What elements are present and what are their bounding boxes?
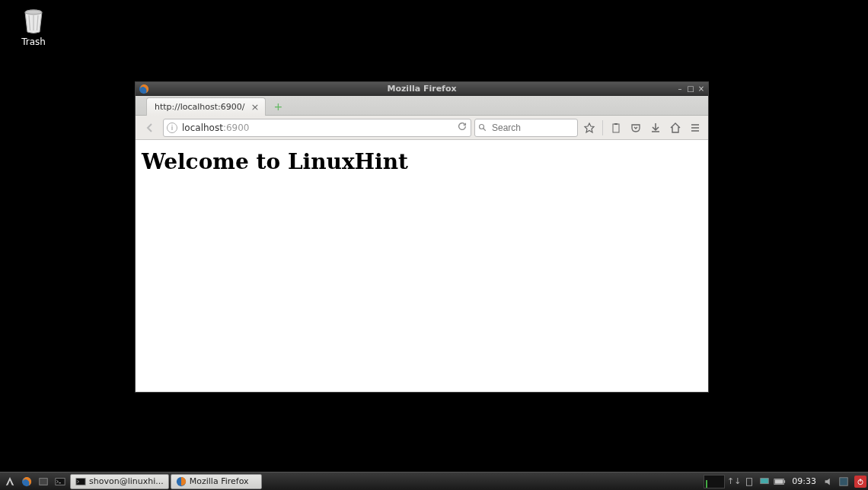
network-icon[interactable]: ↑↓ (728, 476, 740, 488)
svg-rect-14 (784, 480, 786, 483)
tab-close-button[interactable]: × (244, 101, 259, 113)
taskbar-item-label: shovon@linuxhi... (89, 476, 164, 486)
home-button[interactable] (667, 119, 684, 136)
taskbar: shovon@linuxhi... Mozilla Firefox ↑↓ 09:… (0, 472, 868, 490)
url-rest: :6900 (223, 123, 250, 133)
arch-icon (5, 475, 15, 488)
reload-icon (457, 121, 468, 132)
firefox-window: Mozilla Firefox – □ × http://localhost:6… (136, 82, 708, 392)
logout-tray-icon[interactable] (838, 476, 850, 488)
titlebar[interactable]: Mozilla Firefox – □ × (136, 82, 708, 96)
close-button[interactable]: × (696, 84, 707, 94)
battery-tray-icon[interactable] (774, 476, 786, 488)
svg-rect-7 (40, 478, 48, 485)
pocket-icon (630, 122, 642, 134)
star-icon (583, 122, 595, 134)
url-bar[interactable]: i localhost:6900 (163, 119, 471, 137)
svg-rect-4 (613, 124, 619, 132)
taskbar-item-terminal[interactable]: shovon@linuxhi... (70, 474, 169, 489)
tab-bar: http://localhost:6900/ × + (136, 96, 708, 116)
navigation-toolbar: i localhost:6900 (136, 116, 708, 140)
terminal-icon (75, 476, 86, 487)
pocket-button[interactable] (627, 119, 644, 136)
system-tray: ↑↓ 09:33 (704, 475, 866, 488)
reload-button[interactable] (457, 121, 468, 134)
new-tab-button[interactable]: + (269, 98, 287, 115)
home-icon (669, 122, 681, 134)
clipboard-tray-icon[interactable] (743, 476, 755, 488)
trash-icon (21, 8, 46, 35)
hamburger-menu-button[interactable] (687, 119, 704, 136)
files-launcher[interactable] (35, 474, 52, 489)
search-bar[interactable] (474, 119, 578, 137)
taskbar-item-label: Mozilla Firefox (190, 476, 249, 486)
tab-title: http://localhost:6900/ (155, 102, 244, 112)
trash-desktop-icon[interactable]: Trash (21, 8, 46, 47)
svg-rect-16 (840, 477, 848, 485)
url-host: localhost (182, 123, 223, 133)
bookmark-star-button[interactable] (581, 119, 598, 136)
svg-rect-5 (614, 123, 617, 125)
network-monitor[interactable] (704, 475, 725, 488)
desktop: Trash Mozilla Firefox – □ × http://local… (0, 0, 868, 472)
browser-tab[interactable]: http://localhost:6900/ × (146, 97, 266, 116)
svg-rect-15 (775, 479, 783, 483)
firefox-logo-icon (139, 84, 149, 94)
firefox-launcher[interactable] (18, 474, 35, 489)
svg-point-1 (25, 10, 42, 14)
download-icon (649, 122, 662, 134)
svg-rect-11 (747, 478, 752, 485)
clipboard-icon (610, 122, 622, 134)
window-title: Mozilla Firefox (387, 84, 456, 94)
firefox-icon (176, 476, 187, 487)
svg-point-3 (480, 124, 484, 129)
arrow-left-icon (144, 122, 156, 134)
minimize-button[interactable]: – (675, 84, 685, 94)
toolbar-divider (602, 120, 603, 135)
search-input[interactable] (490, 122, 574, 134)
volume-tray-icon[interactable] (822, 476, 834, 488)
page-heading: Welcome to LinuxHint (142, 149, 702, 174)
power-button[interactable] (854, 476, 866, 488)
terminal-icon (55, 476, 65, 488)
trash-label: Trash (21, 37, 46, 47)
firefox-icon (21, 476, 32, 488)
taskbar-clock[interactable]: 09:33 (789, 476, 819, 486)
bookmarks-menu-button[interactable] (608, 119, 624, 136)
back-button[interactable] (140, 118, 160, 138)
search-icon (478, 123, 487, 132)
terminal-launcher[interactable] (52, 474, 69, 489)
site-info-icon[interactable]: i (167, 123, 177, 133)
arch-menu-button[interactable] (2, 474, 18, 489)
downloads-button[interactable] (647, 119, 664, 136)
display-tray-icon[interactable] (758, 476, 771, 488)
menu-icon (689, 122, 701, 134)
svg-rect-12 (761, 478, 769, 483)
page-content: Welcome to LinuxHint (136, 140, 708, 183)
files-icon (38, 476, 49, 488)
maximize-button[interactable]: □ (685, 84, 696, 94)
taskbar-item-firefox[interactable]: Mozilla Firefox (171, 474, 262, 489)
